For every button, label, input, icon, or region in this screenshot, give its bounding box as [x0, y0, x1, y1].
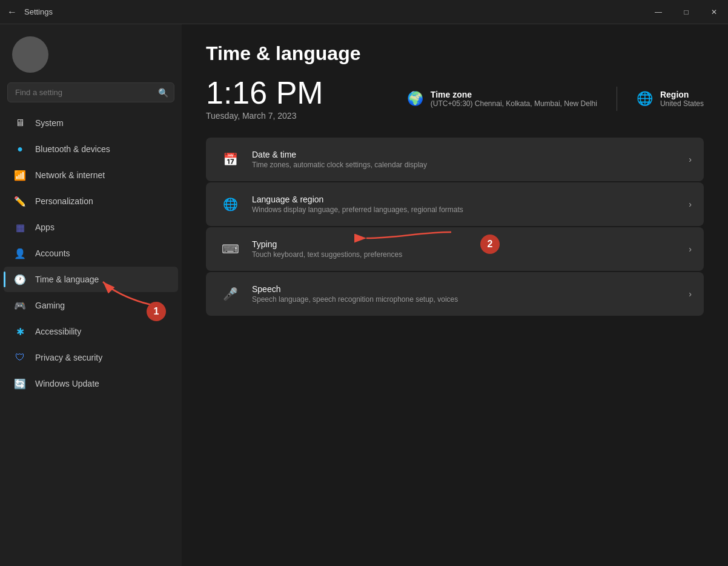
region-item: 🌐 Region United States [637, 90, 704, 108]
sidebar-item-label: Accounts [35, 248, 70, 258]
search-icon: 🔍 [158, 88, 168, 98]
date-time-icon: 📅 [218, 147, 242, 171]
speech-desc: Speech language, speech recognition micr… [252, 295, 689, 304]
sidebar-item-label: Bluetooth & devices [35, 144, 110, 154]
sidebar-item-label: Privacy & security [35, 353, 102, 362]
sidebar-item-network[interactable]: 📶 Network & internet [4, 162, 178, 188]
sidebar-item-label: Accessibility [35, 327, 81, 336]
current-date: Tuesday, March 7, 2023 [206, 111, 323, 121]
back-icon[interactable]: ← [7, 7, 17, 18]
personalization-icon: ✏️ [13, 195, 27, 208]
search-box: 🔍 [7, 82, 174, 102]
annotation-badge-1: 1 [147, 302, 166, 321]
settings-card-speech[interactable]: 🎤 Speech Speech language, speech recogni… [206, 272, 704, 316]
sidebar: 🔍 🖥 System ● Bluetooth & devices 📶 Netwo… [0, 24, 182, 566]
windows-update-icon: 🔄 [13, 377, 27, 390]
titlebar: ← Settings — □ ✕ [0, 0, 728, 24]
language-region-icon: 🌐 [218, 192, 242, 216]
system-icon: 🖥 [13, 116, 27, 130]
sidebar-item-apps[interactable]: ▦ Apps [4, 215, 178, 240]
sidebar-item-privacy[interactable]: 🛡 Privacy & security [4, 345, 178, 370]
speech-title: Speech [252, 284, 689, 294]
divider [617, 87, 617, 111]
avatar [12, 36, 48, 73]
sidebar-item-bluetooth[interactable]: ● Bluetooth & devices [4, 136, 178, 162]
titlebar-left: ← Settings [7, 7, 53, 18]
privacy-icon: 🛡 [13, 351, 27, 364]
region-value: United States [660, 99, 704, 108]
titlebar-title: Settings [24, 7, 53, 16]
date-time-desc: Time zones, automatic clock settings, ca… [252, 161, 689, 169]
bluetooth-icon: ● [13, 142, 27, 156]
main-content: Time & language 1:16 PM Tuesday, March 7… [182, 24, 728, 566]
sidebar-item-label: Personalization [35, 196, 93, 206]
annotation-badge-2: 2 [480, 235, 500, 254]
time-zone-label: Time zone [431, 90, 597, 99]
time-header: 1:16 PM Tuesday, March 7, 2023 🌍 Time zo… [206, 77, 704, 121]
time-language-icon: 🕐 [13, 273, 27, 286]
sidebar-item-label: Apps [35, 222, 55, 232]
sidebar-item-label: Windows Update [35, 379, 99, 388]
settings-card-typing[interactable]: ⌨ Typing Touch keyboard, text suggestion… [206, 227, 704, 271]
chevron-right-icon: › [689, 155, 692, 164]
sidebar-item-label: Time & language [35, 275, 99, 284]
sidebar-item-label: Gaming [35, 301, 65, 310]
sidebar-item-system[interactable]: 🖥 System [4, 110, 178, 136]
settings-list: 📅 Date & time Time zones, automatic cloc… [206, 138, 704, 316]
network-icon: 📶 [13, 168, 27, 182]
region-label: Region [660, 90, 704, 99]
apps-icon: ▦ [13, 221, 27, 234]
sidebar-item-personalization[interactable]: ✏️ Personalization [4, 188, 178, 214]
minimize-button[interactable]: — [644, 0, 672, 24]
chevron-right-icon: › [689, 199, 692, 209]
search-input[interactable] [7, 82, 174, 102]
sidebar-item-time-language[interactable]: 🕐 Time & language [4, 267, 178, 292]
page-title: Time & language [206, 42, 704, 65]
region-icon: 🌐 [637, 91, 653, 107]
time-info-blocks: 🌍 Time zone (UTC+05:30) Chennai, Kolkata… [407, 87, 704, 111]
typing-title: Typing [252, 239, 689, 249]
gaming-icon: 🎮 [13, 299, 27, 312]
time-zone-item: 🌍 Time zone (UTC+05:30) Chennai, Kolkata… [407, 90, 597, 108]
maximize-button[interactable]: □ [672, 0, 700, 24]
chevron-right-icon: › [689, 289, 692, 299]
current-time: 1:16 PM [206, 77, 323, 108]
typing-icon: ⌨ [218, 237, 242, 261]
chevron-right-icon: › [689, 244, 692, 254]
language-region-title: Language & region [252, 195, 689, 204]
current-time-block: 1:16 PM Tuesday, March 7, 2023 [206, 77, 323, 121]
sidebar-item-windows-update[interactable]: 🔄 Windows Update [4, 371, 178, 396]
date-time-title: Date & time [252, 150, 689, 159]
close-button[interactable]: ✕ [700, 0, 728, 24]
titlebar-controls: — □ ✕ [644, 0, 728, 24]
app-body: 🔍 🖥 System ● Bluetooth & devices 📶 Netwo… [0, 24, 728, 566]
time-zone-icon: 🌍 [407, 91, 423, 107]
sidebar-item-accounts[interactable]: 👤 Accounts [4, 241, 178, 266]
settings-card-date-time[interactable]: 📅 Date & time Time zones, automatic cloc… [206, 138, 704, 181]
sidebar-item-label: Network & internet [35, 170, 105, 180]
speech-icon: 🎤 [218, 282, 242, 306]
settings-card-language-region[interactable]: 🌐 Language & region Windows display lang… [206, 182, 704, 226]
accessibility-icon: ✱ [13, 325, 27, 338]
sidebar-item-accessibility[interactable]: ✱ Accessibility [4, 319, 178, 344]
language-region-desc: Windows display language, preferred lang… [252, 205, 689, 214]
sidebar-item-label: System [35, 118, 64, 128]
sidebar-nav: 🖥 System ● Bluetooth & devices 📶 Network… [0, 110, 182, 566]
accounts-icon: 👤 [13, 247, 27, 260]
typing-desc: Touch keyboard, text suggestions, prefer… [252, 250, 689, 259]
time-zone-value: (UTC+05:30) Chennai, Kolkata, Mumbai, Ne… [431, 99, 597, 108]
